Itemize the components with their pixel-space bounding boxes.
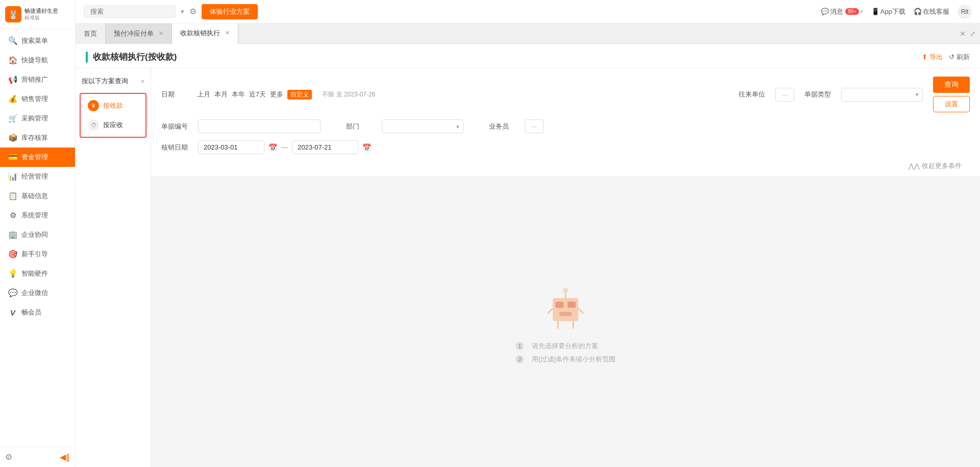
sidebar-item-finance[interactable]: 💳 资金管理 bbox=[0, 148, 75, 167]
app-name: 畅捷通好生意 bbox=[24, 7, 58, 14]
message-plus: + bbox=[860, 9, 863, 14]
doc-type-label: 单据类型 bbox=[804, 90, 831, 99]
user-avatar[interactable]: Rit bbox=[958, 5, 972, 19]
doc-type-select[interactable] bbox=[841, 88, 923, 102]
sidebar-item-label: 采购管理 bbox=[21, 114, 48, 123]
counterparty-input[interactable]: ··· bbox=[775, 88, 794, 102]
user-name: Rit bbox=[961, 8, 969, 15]
tip-2-text: 用[过滤]条件来缩小分析范围 bbox=[532, 355, 615, 364]
export-icon: ⬆ bbox=[922, 53, 927, 61]
search-icon: 🔍 bbox=[8, 36, 17, 45]
row1-right: 往来单位 ··· 单据类型 bbox=[739, 88, 923, 102]
sidebar-item-search[interactable]: 🔍 搜索菜单 bbox=[0, 31, 75, 51]
sidebar-item-wechat[interactable]: 💬 企业微信 bbox=[0, 283, 75, 303]
sidebar-item-guide[interactable]: 🎯 新手引导 bbox=[0, 244, 75, 264]
topbar: ▾ ⚙ 体验行业方案 💬 消息 99+ + 📱 App下载 🎧 在线客服 Rit bbox=[76, 0, 980, 23]
hardware-icon: 💡 bbox=[8, 269, 17, 278]
tab-bar-actions: ✕ ⤢ bbox=[960, 30, 980, 38]
writeoff-start-cal-icon[interactable]: 📅 bbox=[268, 143, 277, 152]
close-tab-icon[interactable]: ✕ bbox=[960, 30, 966, 38]
date-this-year[interactable]: 本年 bbox=[232, 90, 245, 99]
sidebar-item-label: 企业微信 bbox=[21, 288, 48, 298]
salesperson-input[interactable]: ··· bbox=[525, 119, 544, 133]
tab-receipt[interactable]: 收款核销执行 ✕ bbox=[172, 23, 238, 44]
sidebar-bottom: ⚙ ◀‖ bbox=[0, 447, 75, 467]
doc-number-input[interactable] bbox=[198, 119, 321, 133]
sidebar-item-operations[interactable]: 📊 经营管理 bbox=[0, 167, 75, 186]
sidebar-item-member[interactable]: V 畅会员 bbox=[0, 303, 75, 322]
settings-button[interactable]: 设置 bbox=[933, 96, 970, 112]
topbar-search-input[interactable] bbox=[84, 5, 176, 18]
tab-home[interactable]: 首页 bbox=[76, 23, 106, 44]
topbar-settings-icon[interactable]: ⚙ bbox=[189, 7, 197, 16]
purchase-icon: 🛒 bbox=[8, 114, 17, 123]
page-inner: 收款核销执行(按收款) ⬆ 导出 ↺ 刷新 按以下方案查询 » bbox=[76, 44, 980, 467]
sidebar-item-basic[interactable]: 📋 基础信息 bbox=[0, 186, 75, 206]
date-this-month[interactable]: 本月 bbox=[214, 90, 228, 99]
date-last-month[interactable]: 上月 bbox=[197, 90, 210, 99]
message-badge: 99+ bbox=[845, 8, 859, 15]
writeoff-end-input[interactable] bbox=[292, 140, 358, 154]
sales-icon: 💰 bbox=[8, 94, 17, 104]
sidebar-item-quick[interactable]: 🏠 快捷导航 bbox=[0, 51, 75, 70]
date-range-separator: — bbox=[281, 143, 288, 151]
tab-receipt-close[interactable]: ✕ bbox=[225, 30, 230, 36]
sidebar-item-enterprise[interactable]: 🏢 企业协同 bbox=[0, 225, 75, 244]
date-7days[interactable]: 近7天 bbox=[249, 90, 266, 99]
tab-bar: 首页 预付冲应付单 ✕ 收款核销执行 ✕ ✕ ⤢ bbox=[76, 23, 980, 44]
enterprise-icon: 🏢 bbox=[8, 230, 17, 239]
date-more[interactable]: 更多 bbox=[270, 90, 283, 99]
refresh-icon: ↺ bbox=[949, 53, 954, 61]
sidebar-item-hardware[interactable]: 💡 智能硬件 bbox=[0, 264, 75, 283]
app-download-button[interactable]: 📱 App下载 bbox=[871, 7, 905, 16]
industry-solution-button[interactable]: 体验行业方案 bbox=[202, 4, 258, 19]
filter-option-by-receipt[interactable]: ¥ 按收款 bbox=[81, 96, 145, 115]
page-title: 收款核销执行(按收款) bbox=[93, 51, 177, 63]
collapse-sidebar-icon[interactable]: ◀‖ bbox=[60, 452, 70, 462]
svg-rect-3 bbox=[559, 312, 572, 316]
tab-home-label: 首页 bbox=[84, 29, 97, 38]
filter-option-by-receivable[interactable]: ⏱ 按应收 bbox=[81, 115, 145, 135]
refresh-button[interactable]: ↺ 刷新 bbox=[949, 53, 970, 62]
operations-icon: 📊 bbox=[8, 172, 17, 181]
sidebar-item-marketing[interactable]: 📢 营销推广 bbox=[0, 70, 75, 89]
date-custom-badge[interactable]: 自定义 bbox=[287, 90, 312, 100]
export-button[interactable]: ⬆ 导出 bbox=[922, 53, 943, 62]
sidebar-item-system[interactable]: ⚙ 系统管理 bbox=[0, 206, 75, 225]
logo-icon: 🐰 bbox=[5, 6, 21, 22]
empty-state: 1 请先选择要分析的方案 2 用[过滤]条件来缩小分析范围 bbox=[151, 177, 980, 467]
service-icon: 🎧 bbox=[914, 8, 922, 15]
topbar-right: 💬 消息 99+ + 📱 App下载 🎧 在线客服 Rit bbox=[821, 5, 972, 19]
salesperson-label: 业务员 bbox=[489, 122, 514, 131]
topbar-dropdown-icon[interactable]: ▾ bbox=[181, 8, 184, 15]
writeoff-end-cal-icon[interactable]: 📅 bbox=[362, 143, 371, 152]
sidebar: 🐰 畅捷通好生意 标准版 🔍 搜索菜单 🏠 快捷导航 📢 营销推广 💰 销售管理… bbox=[0, 0, 76, 467]
filter-collapse-icon[interactable]: » bbox=[141, 78, 144, 85]
app-edition: 标准版 bbox=[24, 14, 58, 21]
empty-tips: 1 请先选择要分析的方案 2 用[过滤]条件来缩小分析范围 bbox=[516, 341, 615, 364]
sidebar-item-sales[interactable]: 💰 销售管理 bbox=[0, 89, 75, 109]
tab-prepay-close[interactable]: ✕ bbox=[159, 30, 163, 37]
writeoff-start-input[interactable] bbox=[198, 140, 264, 154]
tab-prepay[interactable]: 预付冲应付单 ✕ bbox=[106, 23, 172, 44]
sidebar-item-inventory[interactable]: 📦 库存核算 bbox=[0, 128, 75, 148]
home-icon: 🏠 bbox=[8, 56, 17, 65]
sidebar-item-purchase[interactable]: 🛒 采购管理 bbox=[0, 109, 75, 128]
tab-prepay-label: 预付冲应付单 bbox=[114, 29, 154, 38]
department-select[interactable] bbox=[382, 119, 463, 133]
collapse-more-button[interactable]: ⋀⋀ 收起更多条件 bbox=[909, 161, 970, 170]
online-service-button[interactable]: 🎧 在线客服 bbox=[914, 7, 949, 16]
settings-icon[interactable]: ⚙ bbox=[5, 452, 12, 462]
finance-icon: 💳 bbox=[8, 153, 17, 162]
download-icon: 📱 bbox=[871, 8, 879, 15]
counterparty-label: 往来单位 bbox=[739, 90, 765, 99]
tip-1-text: 请先选择要分析的方案 bbox=[532, 341, 598, 351]
tab-receipt-label: 收款核销执行 bbox=[180, 29, 220, 38]
svg-rect-1 bbox=[555, 302, 564, 308]
date-no-limit-label: 不限 至 2023-07-26 bbox=[322, 90, 375, 99]
tip-1-number: 1 bbox=[516, 342, 524, 350]
inventory-icon: 📦 bbox=[8, 133, 17, 142]
query-button[interactable]: 查询 bbox=[933, 77, 970, 93]
message-button[interactable]: 💬 消息 99+ + bbox=[821, 7, 863, 16]
maximize-tab-icon[interactable]: ⤢ bbox=[970, 30, 976, 38]
